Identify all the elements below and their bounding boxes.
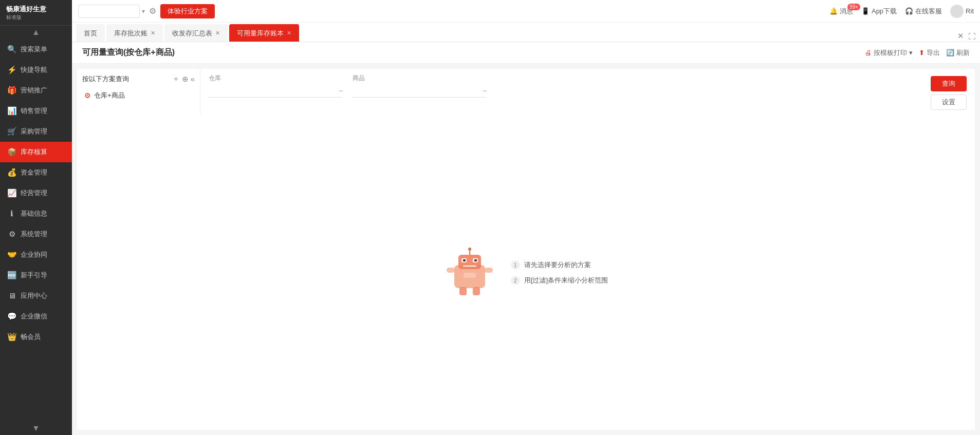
sidebar-scroll-down[interactable]: ▼ xyxy=(0,422,72,435)
sidebar-icon-4: 🛒 xyxy=(7,127,16,136)
tab-available-inventory-label: 可用量库存账本 xyxy=(237,29,284,38)
collapse-icon[interactable]: « xyxy=(191,74,195,83)
product-more-icon[interactable]: ··· xyxy=(483,86,486,96)
tab-summary-close[interactable]: ✕ xyxy=(215,30,220,36)
sidebar-item-1[interactable]: ⚡ 快捷导航 xyxy=(0,60,72,80)
message-icon[interactable]: 🔔 消息 99+ xyxy=(829,7,853,16)
sidebar-item-11[interactable]: 🆕 新手引导 xyxy=(0,265,72,286)
sidebar-icon-0: 🔍 xyxy=(7,45,16,54)
empty-hints: 1 请先选择要分析的方案 2 用[过滤]条件来缩小分析范围 xyxy=(511,260,608,285)
settings-btn[interactable]: 设置 xyxy=(931,94,967,110)
tab-home-label: 首页 xyxy=(84,29,97,38)
sidebar-item-12[interactable]: 🖥 应用中心 xyxy=(0,286,72,306)
scheme-label: 仓库+商品 xyxy=(94,91,125,100)
print-label: 按模板打印 xyxy=(874,48,907,58)
print-btn[interactable]: 🖨 按模板打印 ▾ xyxy=(865,48,913,58)
sidebar-item-8[interactable]: ℹ 基础信息 xyxy=(0,203,72,224)
sidebar-label-13: 企业微信 xyxy=(21,312,47,321)
warehouse-more-icon[interactable]: ··· xyxy=(339,86,342,96)
sidebar-label-14: 畅会员 xyxy=(21,332,41,342)
sidebar-icon-3: 📊 xyxy=(7,106,16,116)
scheme-icon: ⚙ xyxy=(84,91,91,100)
sidebar-item-13[interactable]: 💬 企业微信 xyxy=(0,306,72,327)
app-title: 畅康通好生意 xyxy=(6,5,66,14)
query-left-panel: 按以下方案查询 ＋ ⊕ « ⚙ 仓库+商品 xyxy=(77,69,200,115)
query-buttons: 查询 设置 xyxy=(931,74,967,110)
filter-warehouse-input[interactable] xyxy=(209,87,337,95)
sidebar-label-7: 经营管理 xyxy=(21,188,47,198)
sidebar-scroll-up[interactable]: ▲ xyxy=(0,26,72,39)
tab-inventory-batch-close[interactable]: ✕ xyxy=(151,30,155,36)
svg-point-8 xyxy=(468,248,471,251)
sidebar-item-7[interactable]: 📈 经营管理 xyxy=(0,183,72,203)
query-btn[interactable]: 查询 xyxy=(931,76,967,91)
sidebar-item-2[interactable]: 🎁 营销推广 xyxy=(0,80,72,101)
tab-inventory-batch[interactable]: 库存批次账 ✕ xyxy=(106,24,163,42)
sidebar-item-6[interactable]: 💰 资金管理 xyxy=(0,162,72,183)
query-section-label: 按以下方案查询 xyxy=(82,74,129,84)
hint-num-2: 2 xyxy=(511,276,520,285)
filter-product-input-wrap: ··· xyxy=(353,85,486,98)
online-service-label: 在线客服 xyxy=(915,7,942,16)
topbar: ▾ ⚙ 体验行业方案 🔔 消息 99+ 📱 App下载 🎧 在线客服 Rit xyxy=(72,0,980,23)
app-download-btn[interactable]: 📱 App下载 xyxy=(861,7,897,16)
sidebar-item-0[interactable]: 🔍 搜索菜单 xyxy=(0,39,72,60)
chevron-down-icon[interactable]: ▾ xyxy=(142,8,145,15)
sidebar-item-3[interactable]: 📊 销售管理 xyxy=(0,101,72,121)
tab-available-inventory[interactable]: 可用量库存账本 ✕ xyxy=(229,24,299,42)
app-subtitle: 标准版 xyxy=(6,14,66,21)
hint-text-2: 用[过滤]条件来缩小分析范围 xyxy=(524,276,608,285)
gear-icon[interactable]: ⚙ xyxy=(149,6,156,16)
online-service-btn[interactable]: 🎧 在线客服 xyxy=(905,7,942,16)
page-content: 可用量查询(按仓库+商品) 🖨 按模板打印 ▾ ⬆ 导出 🔄 刷新 xyxy=(72,42,980,435)
tab-home[interactable]: 首页 xyxy=(76,24,105,42)
tab-close-all-btn[interactable]: ✕ xyxy=(957,31,964,41)
sidebar-label-2: 营销推广 xyxy=(21,86,47,95)
user-name: Rit xyxy=(966,7,974,15)
sidebar-icon-2: 🎁 xyxy=(7,86,16,95)
user-menu[interactable]: Rit xyxy=(950,5,974,18)
sidebar-label-9: 系统管理 xyxy=(21,230,47,239)
scheme-item-warehouse-product[interactable]: ⚙ 仓库+商品 xyxy=(77,88,200,103)
sidebar-label-0: 搜索菜单 xyxy=(21,45,47,54)
hint-item-1: 1 请先选择要分析的方案 xyxy=(511,260,608,270)
sidebar-item-4[interactable]: 🛒 采购管理 xyxy=(0,121,72,142)
add-scheme-icon[interactable]: ＋ xyxy=(172,74,180,84)
empty-illustration xyxy=(444,247,495,298)
sidebar-label-10: 企业协同 xyxy=(21,250,47,259)
sidebar-label-11: 新手引导 xyxy=(21,271,47,280)
sidebar-item-14[interactable]: 👑 畅会员 xyxy=(0,327,72,347)
tab-summary-label: 收发存汇总表 xyxy=(172,29,212,38)
filter-product-input[interactable] xyxy=(353,87,480,95)
settings-scheme-icon[interactable]: ⊕ xyxy=(182,74,189,84)
sidebar-label-6: 资金管理 xyxy=(21,168,47,177)
sidebar-menu: 🔍 搜索菜单⚡ 快捷导航🎁 营销推广📊 销售管理🛒 采购管理📦 库存核算💰 资金… xyxy=(0,39,72,422)
sidebar-icon-12: 🖥 xyxy=(7,291,16,300)
filter-warehouse-label: 仓库 xyxy=(209,74,342,83)
filter-product-label: 商品 xyxy=(353,74,486,83)
sidebar-label-5: 库存核算 xyxy=(21,147,47,157)
filter-product: 商品 ··· xyxy=(353,74,486,98)
tab-maximize-btn[interactable]: ⛶ xyxy=(968,32,976,41)
page-header: 可用量查询(按仓库+商品) 🖨 按模板打印 ▾ ⬆ 导出 🔄 刷新 xyxy=(72,42,980,64)
export-label: 导出 xyxy=(927,48,940,58)
search-input[interactable] xyxy=(78,5,140,18)
sidebar-label-4: 采购管理 xyxy=(21,127,47,136)
refresh-btn[interactable]: 🔄 刷新 xyxy=(946,48,970,58)
industry-btn[interactable]: 体验行业方案 xyxy=(160,4,215,18)
export-btn[interactable]: ⬆ 导出 xyxy=(919,48,940,58)
sidebar-icon-6: 💰 xyxy=(7,168,16,177)
filter-warehouse: 仓库 ··· xyxy=(209,74,342,98)
tabbar: 首页 库存批次账 ✕ 收发存汇总表 ✕ 可用量库存账本 ✕ ✕ ⛶ xyxy=(72,23,980,42)
tab-available-inventory-close[interactable]: ✕ xyxy=(287,30,291,36)
sidebar-label-12: 应用中心 xyxy=(21,291,47,300)
sidebar-item-10[interactable]: 🤝 企业协同 xyxy=(0,244,72,265)
sidebar-item-9[interactable]: ⚙ 系统管理 xyxy=(0,224,72,244)
main-area: ▾ ⚙ 体验行业方案 🔔 消息 99+ 📱 App下载 🎧 在线客服 Rit xyxy=(72,0,980,435)
export-icon: ⬆ xyxy=(919,49,924,56)
tab-summary[interactable]: 收发存汇总表 ✕ xyxy=(164,24,228,42)
message-badge: 99+ xyxy=(847,4,860,10)
sidebar-item-5[interactable]: 📦 库存核算 xyxy=(0,142,72,162)
sidebar-icon-8: ℹ xyxy=(7,209,16,218)
topbar-search: ▾ xyxy=(78,5,145,18)
